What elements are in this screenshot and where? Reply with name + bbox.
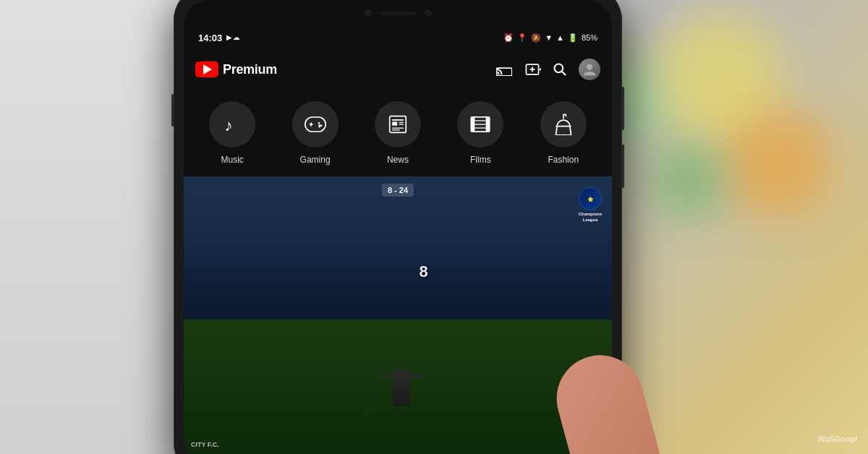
svg-text:♪: ♪	[225, 116, 233, 134]
user-avatar[interactable]	[579, 59, 600, 80]
phone-outer-shell: 14:03 ▶ ☁ ⏰ 📍 🔕 ▼ ▲ 🔋 85%	[174, 0, 622, 454]
svg-point-8	[587, 64, 592, 70]
player-figure	[393, 369, 410, 406]
category-news[interactable]: News	[375, 101, 421, 165]
yt-notification-icon: ▶	[226, 34, 231, 41]
notch-area	[184, 0, 612, 26]
status-time: 14:03 ▶ ☁	[198, 33, 239, 43]
power-button	[621, 87, 624, 130]
svg-point-13	[318, 122, 320, 124]
player-body	[393, 369, 410, 406]
jersey-number: 8	[420, 262, 428, 281]
cloud-icon: ☁	[233, 34, 239, 41]
bokeh-3	[723, 108, 832, 217]
champions-league-badge: ⭐ Champions League	[576, 187, 605, 223]
category-music[interactable]: ♪ Music	[209, 101, 255, 165]
svg-rect-17	[392, 122, 397, 126]
status-bar: 14:03 ▶ ☁ ⏰ 📍 🔕 ▼ ▲ 🔋 85%	[184, 26, 612, 49]
fashion-icon-circle	[540, 101, 587, 147]
news-icon-circle	[375, 101, 421, 147]
cast-icon[interactable]	[496, 63, 512, 76]
header-action-icons	[496, 59, 600, 80]
youtube-play-icon	[195, 61, 218, 77]
city-badge: CITY F.C.	[191, 441, 219, 448]
music-label: Music	[221, 155, 244, 165]
films-icon-circle	[457, 101, 503, 147]
city-text: CITY F.C.	[191, 441, 219, 448]
signal-icon: ▲	[556, 33, 564, 42]
play-triangle	[203, 64, 212, 74]
add-video-icon[interactable]	[524, 63, 541, 76]
battery-icon: 🔋	[568, 33, 578, 43]
categories-row: ♪ Music	[184, 90, 612, 176]
ucl-circle: ⭐	[579, 187, 602, 210]
svg-rect-24	[486, 117, 490, 132]
soccer-video-bg: 8 - 24 8 CITY F.C.	[184, 176, 612, 454]
ucl-text: Champions League	[576, 212, 605, 223]
bokeh-4	[651, 145, 723, 217]
content-area: 8 - 24 8 CITY F.C.	[184, 176, 612, 454]
speaker	[380, 12, 417, 15]
fashion-label: Fashion	[548, 155, 579, 165]
category-fashion[interactable]: Fashion	[540, 101, 587, 165]
left-background	[0, 0, 174, 454]
watermark-text: 9to5Googl	[818, 434, 857, 443]
app-title: Premium	[223, 62, 277, 77]
notch	[340, 3, 456, 23]
score-display: 8 - 24	[388, 186, 408, 194]
site-watermark: 9to5Googl	[818, 434, 857, 443]
player-arms	[380, 375, 423, 378]
category-gaming[interactable]: Gaming	[292, 101, 339, 165]
power-button-lower	[621, 145, 624, 188]
news-label: News	[387, 155, 409, 165]
gaming-icon-circle	[292, 101, 339, 147]
svg-rect-23	[472, 117, 475, 132]
time-display: 14:03	[198, 33, 222, 43]
alarm-icon: ⏰	[503, 33, 514, 43]
volume-button	[171, 94, 174, 127]
youtube-logo[interactable]: Premium	[195, 61, 277, 77]
category-films[interactable]: Films	[457, 101, 503, 165]
location-icon: 📍	[517, 33, 527, 43]
svg-line-7	[562, 72, 566, 75]
svg-rect-10	[305, 117, 325, 132]
wifi-icon: ▼	[545, 33, 553, 42]
music-icon-circle: ♪	[209, 101, 255, 147]
ucl-star: ⭐	[587, 197, 594, 202]
battery-percentage: 85%	[582, 33, 597, 42]
search-icon[interactable]	[553, 62, 567, 77]
gaming-label: Gaming	[300, 155, 331, 165]
mute-icon: 🔕	[531, 33, 541, 43]
films-label: Films	[470, 155, 491, 165]
phone-device: 14:03 ▶ ☁ ⏰ 📍 🔕 ▼ ▲ 🔋 85%	[174, 0, 622, 454]
ucl-label: Champions League	[576, 212, 605, 223]
sensor	[425, 10, 431, 16]
front-camera	[365, 9, 372, 17]
status-right-icons: ⏰ 📍 🔕 ▼ ▲ 🔋 85%	[503, 33, 597, 43]
score-overlay: 8 - 24	[382, 184, 414, 197]
status-notification-icons: ▶ ☁	[226, 34, 239, 41]
youtube-header: Premium	[184, 49, 612, 90]
phone-screen: 14:03 ▶ ☁ ⏰ 📍 🔕 ▼ ▲ 🔋 85%	[184, 0, 612, 454]
